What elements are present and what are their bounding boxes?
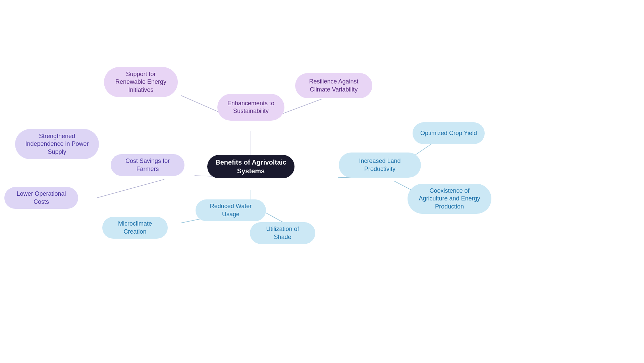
strengthened-node: Strengthened Independence in Power Suppl… bbox=[15, 129, 99, 159]
coexistence-node: Coexistence of Agriculture and Energy Pr… bbox=[408, 184, 491, 214]
center-node: Benefits of Agrivoltaic Systems bbox=[207, 155, 294, 178]
increased-land-node: Increased Land Productivity bbox=[339, 153, 421, 178]
utilization-shade-node: Utilization of Shade bbox=[250, 222, 315, 244]
cost-savings-node: Cost Savings for Farmers bbox=[111, 154, 184, 176]
svg-line-5 bbox=[97, 179, 164, 198]
resilience-node: Resilience Against Climate Variability bbox=[295, 73, 372, 98]
lower-costs-node: Lower Operational Costs bbox=[4, 187, 78, 209]
support-renewable-node: Support for Renewable Energy Initiatives bbox=[104, 67, 178, 97]
microclimate-node: Microclimate Creation bbox=[102, 217, 168, 239]
reduced-water-node: Reduced Water Usage bbox=[196, 199, 266, 221]
enhancements-node: Enhancements to Sustainability bbox=[217, 94, 284, 121]
optimized-crop-node: Optimized Crop Yield bbox=[413, 122, 485, 144]
